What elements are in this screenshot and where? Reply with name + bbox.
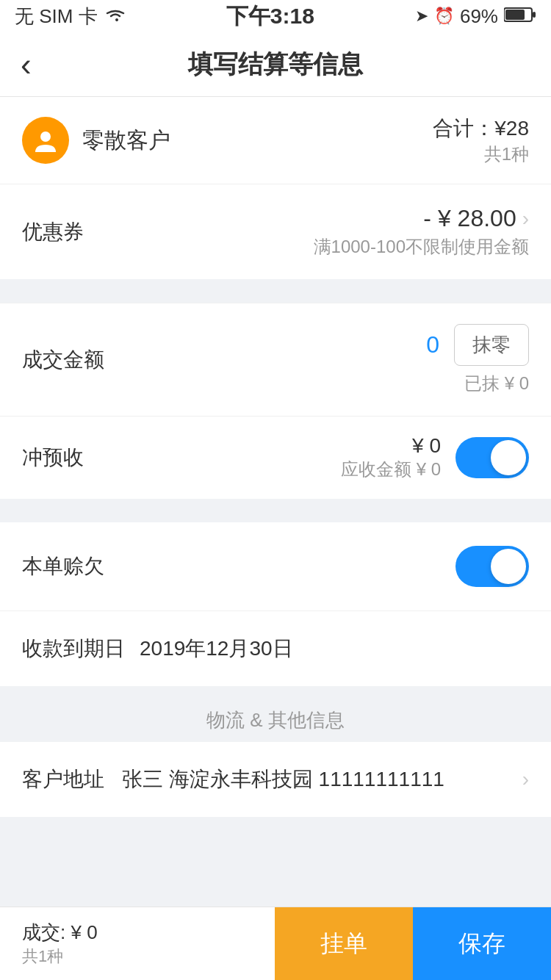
coupon-sub: 满1000-100不限制使用金额	[314, 235, 529, 259]
coupon-right: - ¥ 28.00 › 满1000-100不限制使用金额	[314, 205, 529, 259]
nav-bar: ‹ 填写结算等信息	[0, 32, 551, 97]
bottom-summary-top: 成交: ¥ 0	[22, 920, 253, 945]
bottom-bar: 成交: ¥ 0 共1种 挂单 保存	[0, 907, 551, 980]
coupon-label: 优惠券	[22, 218, 110, 246]
wifi-icon	[105, 5, 126, 28]
debt-label: 本单赊欠	[22, 552, 104, 580]
transaction-label: 成交金额	[22, 346, 104, 374]
battery-icon	[504, 5, 536, 28]
svg-rect-1	[505, 10, 525, 20]
prepay-row: 冲预收 ¥ 0 应收金额 ¥ 0	[0, 416, 551, 499]
debt-toggle[interactable]	[455, 546, 529, 587]
transaction-section: 成交金额 0 抹零 已抹 ¥ 0 冲预收 ¥ 0 应收金额 ¥ 0	[0, 303, 551, 499]
prepay-sub: 应收金额 ¥ 0	[341, 458, 441, 481]
customer-section: 零散客户 合计：¥28 共1种 优惠券 - ¥ 28.00 › 满1000-10…	[0, 97, 551, 279]
address-label: 客户地址	[22, 765, 104, 793]
customer-summary: 合计：¥28 共1种	[433, 115, 529, 166]
customer-avatar	[22, 117, 69, 164]
prepay-values: ¥ 0 应收金额 ¥ 0	[341, 434, 441, 481]
debt-row: 本单赊欠	[0, 522, 551, 610]
status-bar: 无 SIM 卡 下午3:18 ➤ ⏰ 69%	[0, 0, 551, 32]
address-chevron-icon: ›	[522, 768, 529, 791]
svg-point-3	[40, 131, 51, 142]
prepay-right: ¥ 0 应收金额 ¥ 0	[341, 434, 529, 481]
prepay-label: 冲预收	[22, 444, 84, 472]
transaction-right: 0 抹零	[426, 324, 529, 366]
bottom-summary-bottom: 共1种	[22, 945, 253, 968]
location-icon: ➤	[415, 7, 428, 26]
battery-text: 69%	[460, 5, 498, 28]
total-count: 共1种	[433, 143, 529, 166]
toggle-knob	[491, 440, 526, 475]
customer-row: 零散客户 合计：¥28 共1种	[0, 97, 551, 184]
status-left: 无 SIM 卡	[15, 4, 126, 29]
section-divider-1	[0, 291, 551, 303]
address-value: 张三 海淀永丰科技园 11111111111	[122, 765, 516, 793]
debt-toggle-knob	[491, 549, 526, 584]
status-right: ➤ ⏰ 69%	[415, 5, 536, 28]
due-date-value: 2019年12月30日	[140, 635, 293, 663]
chevron-icon: ›	[522, 207, 529, 231]
coupon-row[interactable]: 优惠券 - ¥ 28.00 › 满1000-100不限制使用金额	[0, 184, 551, 279]
logistics-label: 物流 & 其他信息	[206, 707, 345, 733]
address-section: 客户地址 张三 海淀永丰科技园 11111111111 ›	[0, 742, 551, 817]
bottom-summary: 成交: ¥ 0 共1种	[0, 920, 275, 968]
svg-rect-2	[533, 12, 536, 18]
due-date-row: 收款到期日 2019年12月30日	[0, 610, 551, 686]
logistics-divider: 物流 & 其他信息	[0, 698, 551, 742]
content-area: 零散客户 合计：¥28 共1种 优惠券 - ¥ 28.00 › 满1000-10…	[0, 97, 551, 917]
transaction-value: 0	[426, 331, 439, 359]
no-sim-text: 无 SIM 卡	[15, 4, 98, 29]
customer-name: 零散客户	[82, 126, 170, 156]
due-date-label: 收款到期日	[22, 635, 125, 663]
transaction-sub: 已抹 ¥ 0	[464, 372, 529, 395]
page-title: 填写结算等信息	[188, 48, 363, 82]
address-row[interactable]: 客户地址 张三 海淀永丰科技园 11111111111 ›	[0, 742, 551, 817]
section-divider-2	[0, 511, 551, 522]
round-off-button[interactable]: 抹零	[454, 324, 529, 366]
prepay-amount: ¥ 0	[341, 434, 441, 458]
customer-left: 零散客户	[22, 117, 170, 164]
total-amount: 合计：¥28	[433, 115, 529, 143]
debt-section: 本单赊欠 收款到期日 2019年12月30日	[0, 522, 551, 686]
save-button[interactable]: 保存	[413, 907, 551, 981]
alarm-icon: ⏰	[434, 7, 454, 26]
status-time: 下午3:18	[226, 1, 314, 32]
coupon-value: - ¥ 28.00	[423, 205, 516, 232]
hang-order-button[interactable]: 挂单	[275, 907, 413, 981]
back-button[interactable]: ‹	[21, 46, 32, 83]
transaction-row: 成交金额 0 抹零 已抹 ¥ 0	[0, 303, 551, 416]
prepay-toggle[interactable]	[455, 437, 529, 478]
